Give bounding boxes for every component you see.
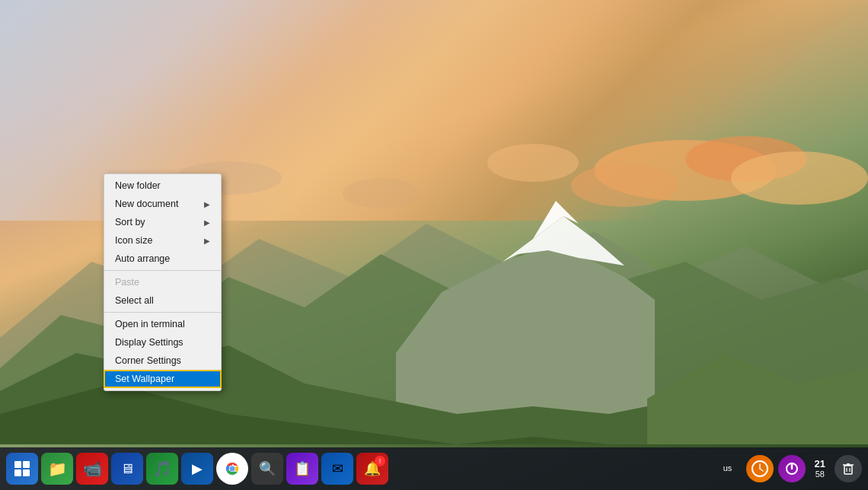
menu-separator-1 — [104, 270, 221, 271]
menu-item-open-terminal[interactable]: Open in terminal — [104, 315, 221, 333]
svg-point-13 — [343, 178, 419, 208]
menu-item-label: Icon size — [115, 235, 152, 246]
system-tray: us 21 58 — [714, 455, 862, 482]
app-icon: 🖥 — [120, 461, 134, 477]
taskbar-start-button[interactable] — [6, 453, 38, 485]
menu-item-sort-by[interactable]: Sort by ▶ — [104, 213, 221, 231]
menu-item-label: Select all — [115, 295, 154, 306]
menu-item-display-settings[interactable]: Display Settings — [104, 333, 221, 352]
menu-item-set-wallpaper[interactable]: Set Wallpaper — [104, 370, 222, 388]
taskbar-camera[interactable]: 🔔 ! — [356, 453, 388, 485]
taskbar-search[interactable]: 🔍 — [251, 453, 283, 485]
menu-separator-2 — [104, 312, 221, 313]
menu-item-label: Paste — [115, 277, 139, 288]
taskbar-media-player[interactable]: ▶ — [181, 453, 213, 485]
taskbar-video[interactable]: 📹 — [76, 453, 108, 485]
svg-rect-30 — [847, 463, 850, 465]
file-manager-icon: 📁 — [48, 460, 67, 478]
search-icon: 🔍 — [259, 460, 276, 477]
tray-trash[interactable] — [834, 455, 862, 482]
taskbar-files[interactable]: 📋 — [286, 453, 318, 485]
locale-text: us — [723, 463, 732, 473]
svg-point-11 — [571, 164, 678, 207]
taskbar-chrome[interactable] — [216, 453, 248, 485]
tray-time-min: 58 — [815, 469, 825, 479]
menu-item-corner-settings[interactable]: Corner Settings — [104, 352, 221, 370]
taskbar-file-manager[interactable]: 📁 — [41, 453, 73, 485]
submenu-arrow: ▶ — [204, 200, 210, 208]
menu-item-paste[interactable]: Paste — [104, 273, 221, 291]
svg-point-22 — [230, 466, 235, 472]
menu-item-icon-size[interactable]: Icon size ▶ — [104, 231, 221, 250]
menu-item-label: Set Wallpaper — [115, 374, 174, 384]
start-icon — [13, 460, 31, 478]
svg-point-10 — [731, 151, 868, 205]
tray-power[interactable] — [778, 455, 806, 482]
menu-item-auto-arrange[interactable]: Auto arrange — [104, 250, 221, 268]
menu-item-label: New document — [115, 199, 178, 209]
tray-locale[interactable]: us — [714, 455, 742, 482]
menu-item-label: Open in terminal — [115, 319, 185, 329]
video-icon: 📹 — [83, 460, 102, 478]
menu-item-label: Auto arrange — [115, 253, 170, 264]
svg-rect-17 — [14, 469, 21, 476]
context-menu: New folder New document ▶ Sort by ▶ Icon… — [104, 173, 222, 391]
svg-rect-16 — [23, 461, 30, 468]
menu-item-label: New folder — [115, 180, 161, 191]
power-icon — [784, 461, 799, 476]
submenu-arrow: ▶ — [204, 237, 210, 245]
svg-rect-18 — [23, 469, 30, 476]
menu-item-label: Corner Settings — [115, 355, 181, 366]
menu-item-select-all[interactable]: Select all — [104, 291, 221, 310]
clock-icon — [752, 460, 768, 477]
email-icon: ✉ — [332, 460, 343, 477]
svg-point-12 — [487, 144, 579, 182]
menu-item-new-folder[interactable]: New folder — [104, 177, 221, 195]
tray-time[interactable]: 21 58 — [810, 458, 830, 480]
trash-icon — [841, 461, 856, 476]
media-icon: ▶ — [192, 460, 203, 477]
svg-rect-15 — [14, 461, 21, 468]
files-icon: 📋 — [294, 460, 311, 477]
submenu-arrow: ▶ — [204, 218, 210, 227]
taskbar-email[interactable]: ✉ — [321, 453, 353, 485]
taskbar-music[interactable]: 🎵 — [146, 453, 178, 485]
taskbar-app-blue[interactable]: 🖥 — [111, 453, 143, 485]
svg-line-25 — [760, 469, 763, 471]
menu-item-new-document[interactable]: New document ▶ — [104, 195, 221, 213]
taskbar: 📁 📹 🖥 🎵 ▶ 🔍 📋 — [0, 447, 868, 490]
chrome-icon — [222, 458, 243, 479]
music-icon: 🎵 — [153, 460, 172, 478]
tray-time-hour: 21 — [815, 458, 825, 470]
menu-item-label: Sort by — [115, 217, 145, 228]
svg-rect-28 — [844, 466, 852, 474]
tray-clock-app[interactable] — [746, 455, 774, 482]
notification-badge: ! — [375, 456, 385, 466]
menu-item-label: Display Settings — [115, 337, 183, 348]
